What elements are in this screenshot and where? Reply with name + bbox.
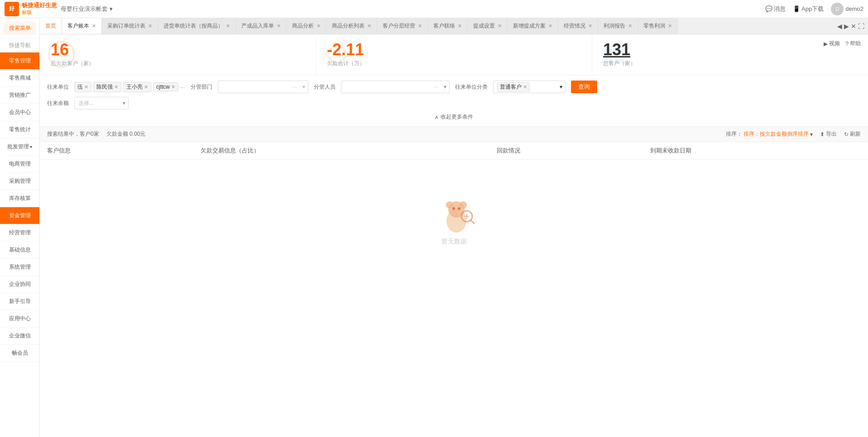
export-button[interactable]: ⬆ 导出 (820, 130, 837, 138)
person-clear-icon[interactable]: ··· (434, 84, 438, 90)
tab-home-label: 首页 (45, 22, 56, 30)
tab-close-all-icon[interactable]: ✕ (851, 23, 856, 30)
tab-produce-in[interactable]: 产成品入库单 ✕ (236, 18, 287, 34)
sidebar-item-purchase[interactable]: 采购管理 (0, 173, 39, 190)
sidebar-item-enterprise-coop[interactable]: 企业协同 (0, 276, 39, 293)
tab-customer-layer[interactable]: 客户分层经营 ✕ (377, 18, 428, 34)
tab-label: 商品分析 (292, 22, 314, 30)
sidebar-item-inventory[interactable]: 库存核算 (0, 190, 39, 207)
tab-next-icon[interactable]: ▶ (844, 23, 849, 30)
tab-home[interactable]: 首页 (40, 18, 62, 34)
classify-select[interactable]: 普通客户 ✕ ▾ (493, 81, 566, 93)
balance-select[interactable]: 选择... ▾ (74, 97, 129, 109)
tab-close-icon[interactable]: ✕ (367, 23, 371, 29)
help-link[interactable]: ? 帮助 (845, 40, 861, 48)
sidebar-item-enterprise-wechat[interactable]: 企业微信 (0, 328, 39, 345)
tab-customer-capital[interactable]: 客户账本 ✕ (62, 18, 102, 34)
sidebar-item-marketing[interactable]: 营销推广 (0, 87, 39, 104)
quick-nav-button[interactable]: 快捷导航 (0, 39, 39, 52)
sidebar-item-wholesale[interactable]: 批发管理 ▾ (0, 138, 39, 156)
collapse-button[interactable]: ∧ 收起更多条件 (435, 113, 473, 121)
tab-stock-stat[interactable]: 进货单统计表（按商品） ✕ (158, 18, 236, 34)
account-dropdown[interactable]: 母婴行业演示帐套 ▾ (61, 5, 113, 13)
tab-purchase-stat[interactable]: 采购订单统计表 ✕ (102, 18, 158, 34)
tab-close-icon[interactable]: ✕ (668, 23, 672, 29)
tab-label: 新增提成方案 (513, 22, 546, 30)
sidebar-item-basic-info[interactable]: 基础信息 (0, 242, 39, 259)
user-info[interactable]: D demo2 (831, 3, 863, 15)
dept-select[interactable]: ▾ ··· (218, 81, 308, 93)
tab-promotion-settings[interactable]: 提成设置 ✕ (468, 18, 508, 34)
content-area: 首页 客户账本 ✕ 采购订单统计表 ✕ 进货单统计表（按商品） ✕ 产成品入库单… (40, 18, 868, 437)
tab-close-icon[interactable]: ✕ (148, 23, 152, 29)
col-due-date: 到期未收款日期 (643, 142, 868, 160)
col-customer-info: 客户信息 (40, 142, 193, 160)
play-icon: ▶ (824, 41, 828, 47)
tab-label: 提成设置 (473, 22, 495, 30)
sidebar-item-member[interactable]: 会员中心 (0, 104, 39, 121)
tab-product-analysis[interactable]: 商品分析 ✕ (287, 18, 326, 34)
tab-product-analysis-list[interactable]: 商品分析列表 ✕ (326, 18, 377, 34)
sidebar-item-label: 零售统计 (9, 126, 31, 133)
tab-retail-profit[interactable]: 零售利润 ✕ (638, 18, 678, 34)
classify-tag-remove[interactable]: ✕ (523, 84, 527, 90)
sidebar-item-capital[interactable]: 资金管理 (0, 207, 39, 224)
dept-clear-icon[interactable]: ··· (293, 84, 297, 90)
collapse-row: ∧ 收起更多条件 (47, 111, 861, 121)
video-link[interactable]: ▶ 视频 (824, 40, 840, 48)
search-menu-button[interactable]: 搜索菜单 (4, 22, 36, 35)
tab-close-icon[interactable]: ✕ (92, 23, 96, 29)
sidebar-item-label: 应用中心 (9, 315, 31, 322)
sidebar-item-ecommerce[interactable]: 电商管理 (0, 156, 39, 173)
sidebar-item-vip-member[interactable]: 畅会员 (0, 345, 39, 362)
stat-total-clients: 131 总客户（家） ▶ 视频 ? 帮助 (592, 34, 868, 75)
sidebar-item-label: 营销推广 (9, 92, 31, 98)
sort-select[interactable]: 排序： 排序：按欠款金额倒序排序 ▾ (726, 130, 813, 138)
sidebar-item-app-center[interactable]: 应用中心 (0, 310, 39, 328)
top-bar-left: 好 畅捷通好生意 标版 母婴行业演示帐套 ▾ (5, 2, 113, 16)
unit-tag-wu-remove[interactable]: ✕ (84, 84, 88, 90)
sidebar-item-retail-mall[interactable]: 零售商城 (0, 70, 39, 87)
unit-tag-cjttcw-remove[interactable]: ✕ (171, 84, 175, 90)
message-link[interactable]: 💬 消息 (765, 5, 786, 13)
query-button[interactable]: 查询 (571, 81, 597, 93)
chevron-up-icon: ∧ (435, 114, 439, 120)
unit-tag-chen-remove[interactable]: ✕ (114, 84, 118, 90)
tab-close-icon[interactable]: ✕ (548, 23, 552, 29)
export-icon: ⬆ (820, 131, 825, 138)
unit-tags-more[interactable]: ··· (180, 84, 185, 90)
sidebar: 搜索菜单 快捷导航 零售管理 零售商城 营销推广 会员中心 零售统计 批发管理 … (0, 18, 40, 437)
app-download-link[interactable]: 📱 App下载 (793, 5, 824, 13)
tab-customer-contact[interactable]: 客户联络 ✕ (428, 18, 468, 34)
tab-label: 进货单统计表（按商品） (163, 22, 223, 30)
mobile-icon: 📱 (793, 5, 800, 12)
refresh-button[interactable]: ↻ 刷新 (844, 130, 861, 138)
tab-close-icon[interactable]: ✕ (317, 23, 321, 29)
sidebar-item-operation[interactable]: 经营管理 (0, 224, 39, 242)
sidebar-item-label: 零售商城 (9, 75, 31, 81)
tab-close-icon[interactable]: ✕ (588, 23, 592, 29)
tab-bar: 首页 客户账本 ✕ 采购订单统计表 ✕ 进货单统计表（按商品） ✕ 产成品入库单… (40, 18, 868, 34)
sidebar-item-label: 库存核算 (9, 195, 31, 201)
person-dropdown-arrow-icon: ▾ (444, 84, 446, 90)
sidebar-item-new-guide[interactable]: 新手引导 (0, 293, 39, 310)
sidebar-item-retail-stat[interactable]: 零售统计 (0, 121, 39, 138)
tab-close-icon[interactable]: ✕ (226, 23, 230, 29)
tab-close-icon[interactable]: ✕ (277, 23, 281, 29)
filter-row-2: 往来余额 选择... ▾ (47, 97, 861, 109)
tab-prev-icon[interactable]: ◀ (837, 23, 842, 30)
tab-close-icon[interactable]: ✕ (458, 23, 462, 29)
tab-close-icon[interactable]: ✕ (418, 23, 422, 29)
stat-clients-main: 131 总客户（家） (603, 42, 636, 67)
tab-new-promotion[interactable]: 新增提成方案 ✕ (508, 18, 558, 34)
tab-fullscreen-icon[interactable]: ⛶ (858, 23, 864, 30)
unit-tag-wang-remove[interactable]: ✕ (144, 84, 148, 90)
tab-profit-report[interactable]: 利润报告 ✕ (598, 18, 638, 34)
tab-close-icon[interactable]: ✕ (628, 23, 632, 29)
avatar: D (831, 3, 844, 15)
person-select[interactable]: ··· ▾ (341, 81, 450, 93)
tab-close-icon[interactable]: ✕ (498, 23, 502, 29)
sidebar-item-retail-mgmt[interactable]: 零售管理 (0, 52, 39, 70)
sidebar-item-system[interactable]: 系统管理 (0, 259, 39, 276)
tab-operation-status[interactable]: 经营情况 ✕ (558, 18, 598, 34)
